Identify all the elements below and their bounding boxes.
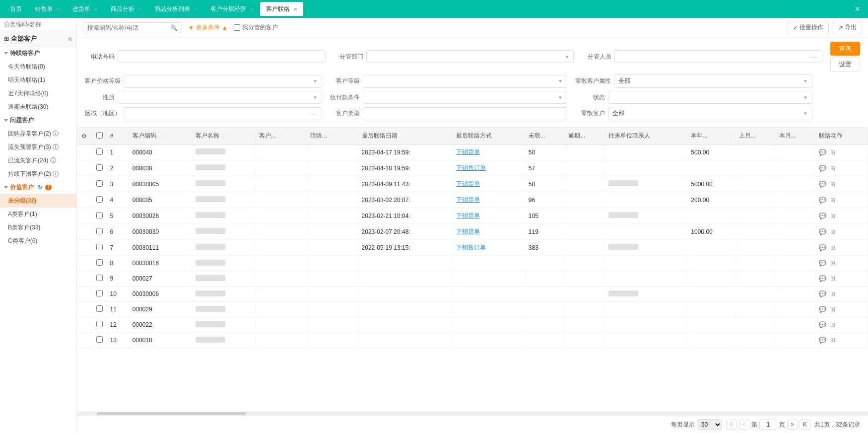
row-checkbox[interactable]	[92, 144, 107, 160]
filter-phone-input[interactable]	[118, 50, 326, 63]
grid-action-icon[interactable]: ⊞	[830, 181, 835, 188]
col-contact-person[interactable]: 往来单位联系人	[605, 128, 688, 144]
row-last-method[interactable]	[453, 271, 526, 287]
nav-first-btn[interactable]: K	[726, 420, 737, 430]
col-type[interactable]: 客户... ⋮	[256, 128, 307, 144]
col-name[interactable]: 客户名称 ⋮	[193, 128, 256, 144]
filter-retail-customer-select[interactable]: 全部▼	[608, 107, 812, 120]
row-last-method[interactable]	[453, 333, 526, 348]
row-last-method[interactable]: 下销货单	[453, 208, 526, 224]
grid-action-icon[interactable]: ⊞	[830, 306, 835, 313]
main-search-icon[interactable]: 🔍	[170, 24, 178, 31]
row-last-method[interactable]: 下销货单	[453, 192, 526, 208]
chat-action-icon[interactable]: 💬	[819, 290, 826, 297]
chat-action-icon[interactable]: 💬	[819, 213, 826, 219]
row-checkbox[interactable]	[92, 256, 107, 271]
filter-price-select[interactable]: ▼	[124, 75, 322, 88]
col-last-method[interactable]: 最后联络方式	[453, 128, 526, 144]
chat-action-icon[interactable]: 💬	[819, 149, 826, 156]
row-last-method[interactable]: 下销货单	[453, 176, 526, 192]
tab-product-analysis-close[interactable]: ×	[138, 6, 141, 12]
col-uncontacted[interactable]: 未联...	[525, 128, 565, 144]
filter-retail-attr-select[interactable]: 全部▼	[614, 74, 812, 88]
tab-sales-close[interactable]: ×	[57, 6, 60, 12]
sidebar-item-overdue-pending[interactable]: 逾期未联络(30)	[0, 100, 76, 114]
row-last-method[interactable]: 下销售订单	[453, 240, 526, 256]
main-search-input[interactable]	[87, 24, 168, 31]
col-checkbox[interactable]	[92, 128, 107, 144]
tab-sales[interactable]: 销售单 ×	[29, 2, 66, 16]
row-checkbox[interactable]	[92, 287, 107, 302]
all-customers-header[interactable]: ⊞ 全部客户 «	[0, 31, 76, 47]
sidebar-item-b-class[interactable]: B类客户(33)	[0, 221, 76, 234]
row-last-method[interactable]	[453, 302, 526, 317]
row-checkbox[interactable]	[92, 333, 107, 348]
chat-action-icon[interactable]: 💬	[819, 181, 826, 188]
chat-action-icon[interactable]: 💬	[819, 165, 826, 172]
filter-customer-type-input[interactable]	[363, 107, 567, 120]
pending-contact-section[interactable]: 待联络客户	[0, 47, 76, 60]
grid-action-icon[interactable]: ⊞	[830, 149, 835, 156]
row-checkbox[interactable]	[92, 176, 107, 192]
col-this-year[interactable]: 本年...	[688, 128, 736, 144]
value-customers-section[interactable]: 价值客户 ↻ !	[0, 181, 76, 194]
col-overdue[interactable]: 逾期...	[565, 128, 605, 144]
grid-action-icon[interactable]: ⊞	[830, 197, 835, 204]
grid-action-icon[interactable]: ⊞	[830, 321, 835, 328]
scrollbar-thumb[interactable]	[97, 412, 246, 415]
sidebar-item-c-class[interactable]: C类客户(6)	[0, 234, 76, 248]
sidebar-item-churned[interactable]: 已流失客户(24) ⓘ	[0, 154, 76, 167]
filter-dept-select[interactable]: ▼	[366, 50, 574, 63]
row-last-method[interactable]: 下销货单	[453, 144, 526, 160]
problem-customers-section[interactable]: 问题客户	[0, 114, 76, 127]
my-customers-check[interactable]	[234, 24, 240, 31]
row-last-method[interactable]	[453, 317, 526, 333]
col-action[interactable]: 联络动作	[816, 128, 868, 144]
filter-status-select[interactable]: ▼	[608, 91, 812, 104]
row-checkbox[interactable]	[92, 271, 107, 287]
grid-action-icon[interactable]: ⊞	[830, 213, 835, 219]
filter-region-input[interactable]: ···	[124, 107, 322, 120]
sidebar-item-today-pending[interactable]: 今天待联络(0)	[0, 60, 76, 73]
row-last-method[interactable]: 下销售订单	[453, 160, 526, 176]
batch-operation-btn[interactable]: ✓ 批量操作	[788, 21, 829, 34]
row-checkbox[interactable]	[92, 208, 107, 224]
sidebar-search-input[interactable]	[4, 21, 77, 28]
chat-action-icon[interactable]: 💬	[819, 244, 826, 251]
sidebar-item-7day-pending[interactable]: 近7天待联络(0)	[0, 87, 76, 100]
per-page-select[interactable]: 50 20 100	[697, 419, 722, 430]
tab-product-analysis-list-close[interactable]: ×	[194, 6, 197, 12]
col-last-month[interactable]: 上月...	[736, 128, 776, 144]
row-last-method[interactable]: 下销货单	[453, 224, 526, 240]
col-last-date[interactable]: 最后联络日期	[358, 128, 453, 144]
filter-person-input[interactable]: ···	[614, 50, 822, 63]
page-input[interactable]	[759, 420, 777, 430]
chat-action-icon[interactable]: 💬	[819, 321, 826, 328]
row-checkbox[interactable]	[92, 160, 107, 176]
tab-home[interactable]: 首页	[4, 2, 28, 16]
chat-action-icon[interactable]: 💬	[819, 197, 826, 204]
export-btn[interactable]: ↗ 导出	[833, 21, 862, 34]
filter-payment-select[interactable]: ▼	[363, 91, 567, 104]
reset-btn[interactable]: 设置	[830, 58, 860, 72]
tab-product-analysis-list[interactable]: 商品分析列表 ×	[148, 2, 203, 16]
nav-prev-btn[interactable]: <	[739, 420, 749, 430]
nav-next-btn[interactable]: >	[787, 420, 798, 430]
tab-purchase-close[interactable]: ×	[94, 6, 97, 12]
chat-action-icon[interactable]: 💬	[819, 275, 826, 282]
sidebar-item-abnormal[interactable]: 回购异常客户(2) ⓘ	[0, 127, 76, 141]
close-all-tabs[interactable]: ×	[851, 4, 864, 14]
row-checkbox[interactable]	[92, 224, 107, 240]
row-checkbox[interactable]	[92, 317, 107, 333]
row-last-method[interactable]	[453, 256, 526, 271]
nav-last-btn[interactable]: K	[800, 420, 810, 430]
col-code[interactable]: 客户编码 ⋮	[129, 128, 192, 144]
refresh-icon[interactable]: ↻	[38, 184, 42, 191]
chat-action-icon[interactable]: 💬	[819, 260, 826, 267]
sidebar-item-tomorrow-pending[interactable]: 明天待联络(1)	[0, 73, 76, 87]
row-last-method[interactable]	[453, 287, 526, 302]
grid-action-icon[interactable]: ⊞	[830, 290, 835, 297]
my-customers-checkbox[interactable]: 我分管的客户	[234, 23, 278, 32]
chat-action-icon[interactable]: 💬	[819, 337, 826, 344]
tab-purchase[interactable]: 进货单 ×	[67, 2, 103, 16]
